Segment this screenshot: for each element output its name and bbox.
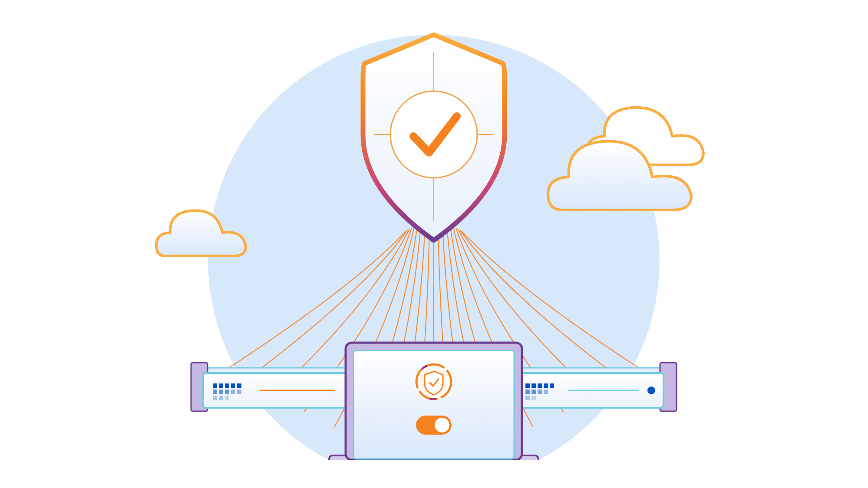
svg-rect-13 [237,390,241,394]
svg-rect-15 [219,396,223,400]
laptop-icon [329,343,538,464]
svg-rect-22 [531,383,536,388]
svg-rect-31 [531,396,536,400]
svg-rect-11 [225,390,229,394]
svg-point-41 [435,418,449,432]
svg-rect-14 [213,396,217,400]
svg-rect-8 [237,383,241,388]
svg-rect-9 [213,390,217,394]
svg-rect-47 [0,460,868,488]
svg-rect-4 [213,383,217,388]
svg-rect-27 [531,390,536,394]
svg-rect-26 [525,390,530,394]
svg-rect-12 [231,390,235,394]
svg-rect-5 [219,383,223,388]
svg-rect-23 [538,383,542,388]
svg-rect-21 [525,383,530,388]
svg-rect-25 [550,383,554,388]
laptop-shield-badge-icon [415,363,453,401]
toggle-on-icon [416,416,452,435]
security-illustration [0,0,868,488]
svg-point-46 [390,91,477,178]
svg-rect-29 [544,390,548,394]
svg-rect-6 [225,383,229,388]
svg-rect-7 [231,383,235,388]
svg-rect-24 [544,383,548,388]
svg-rect-10 [219,390,223,394]
svg-rect-30 [525,396,530,400]
svg-point-33 [647,386,655,394]
svg-rect-28 [538,390,542,394]
server-left-icon [191,363,351,411]
svg-rect-16 [225,396,229,400]
server-right-icon [516,363,677,411]
